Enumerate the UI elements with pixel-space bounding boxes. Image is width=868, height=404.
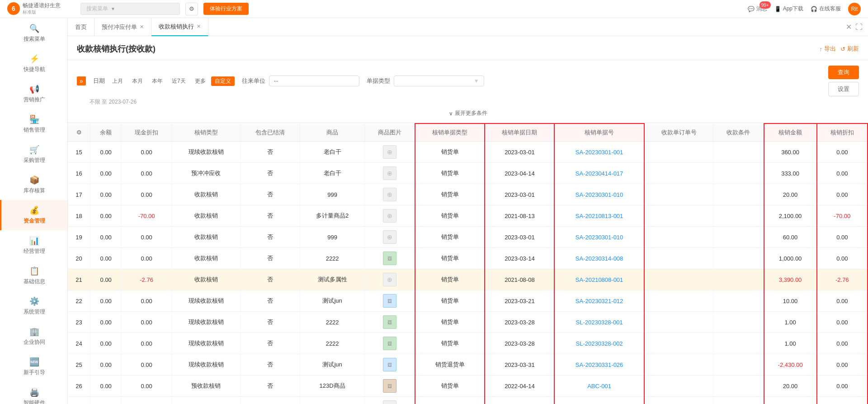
cell-receipt-order-no	[644, 312, 713, 333]
sidebar-label-search: 搜索菜单	[24, 35, 45, 43]
th-goods-img: 商品图片	[365, 124, 415, 142]
logo-area: 6 畅捷通谱好生意 标准版	[7, 2, 75, 15]
sidebar-item-base-info[interactable]: 📋 基础信息	[0, 261, 67, 291]
cell-writeoff-date: 2021-08-08	[485, 269, 554, 290]
cell-receipt-condition	[713, 375, 764, 397]
row-number: 24	[68, 333, 90, 354]
th-setting[interactable]: ⚙	[68, 124, 90, 142]
sidebar-item-quick-nav[interactable]: ⚡ 快捷导航	[0, 48, 67, 79]
close-prepay-tab-icon[interactable]: ✕	[140, 24, 144, 30]
tab-home[interactable]: 首页	[68, 18, 94, 36]
writeoff-no-link[interactable]: SA-20210808-001	[576, 276, 623, 283]
cell-writeoff-date: 2023-04-08	[485, 397, 554, 404]
filter-actions: 查询 设置	[828, 66, 859, 96]
cell-goods-img: 🖼	[365, 333, 415, 354]
last-month-btn[interactable]: 上月	[108, 76, 127, 86]
writeoff-no-link[interactable]: SL-20230328-002	[576, 340, 623, 347]
cell-writeoff-amount: 1,000.00	[764, 248, 817, 269]
writeoff-no-link[interactable]: SA-20230331-026	[576, 361, 623, 368]
cell-writeoff-date: 2023-03-21	[485, 290, 554, 312]
cell-receipt-order-no	[644, 184, 713, 205]
message-button[interactable]: 💬 消息 99+	[748, 5, 767, 13]
sidebar-item-smart-hardware[interactable]: 🖨️ 智能硬件	[0, 382, 67, 404]
cell-receipt-order-no	[644, 142, 713, 163]
filter-settings-button[interactable]: 设置	[828, 82, 859, 96]
sidebar-item-inventory[interactable]: 📦 库存核算	[0, 170, 67, 200]
solution-button[interactable]: 体验行业方案	[203, 3, 249, 15]
cell-goods: 老白干	[300, 163, 365, 184]
writeoff-no-link[interactable]: ABC-001	[587, 383, 611, 390]
search-box[interactable]: 搜索菜单 ▼	[80, 3, 180, 15]
cell-balance: 0.00	[90, 333, 122, 354]
app-download-button[interactable]: 📱 App下载	[774, 5, 803, 13]
filter-toggle-button[interactable]: »	[77, 76, 86, 86]
bill-type-filter: 单据类型 ▼	[367, 76, 484, 86]
cell-include-settled: 否	[241, 163, 300, 184]
search-icon: 🔍	[29, 24, 39, 33]
sidebar-item-guide[interactable]: 🆕 新手引导	[0, 352, 67, 382]
writeoff-no-link[interactable]: SA-20230314-008	[576, 255, 623, 262]
cell-include-settled: 否	[241, 269, 300, 290]
close-window-icon[interactable]: ✕	[846, 23, 852, 31]
sidebar-label-marketing: 营销推广	[24, 96, 45, 104]
top-bar-right: 💬 消息 99+ 📱 App下载 🎧 在线客服 Rit	[748, 3, 861, 15]
th-writeoff-discount: 核销折扣	[817, 124, 868, 142]
partner-select[interactable]: ···	[269, 76, 359, 86]
maximize-icon[interactable]: ⛶	[855, 23, 863, 31]
tab-prepay[interactable]: 预付冲应付单 ✕	[94, 18, 151, 36]
table-row: 22 0.00 0.00 现续收款核销 否 测试jun 🖼 销货单 2023-0…	[68, 290, 868, 312]
sidebar-item-finance[interactable]: 💰 资金管理	[0, 200, 67, 230]
main-layout: 🔍 搜索菜单 ⚡ 快捷导航 📢 营销推广 🏪 销售管理 🛒 采购管理 📦 库存核…	[0, 18, 868, 404]
sidebar-item-sales[interactable]: 🏪 销售管理	[0, 109, 67, 139]
more-dates-btn[interactable]: 更多	[191, 76, 209, 86]
sidebar-item-search[interactable]: 🔍 搜索菜单	[0, 18, 67, 48]
writeoff-no-link[interactable]: SA-20230301-001	[576, 149, 623, 156]
export-button[interactable]: ↑ 导出	[820, 45, 836, 53]
bill-type-select[interactable]: ▼	[394, 76, 484, 86]
sidebar-item-operations[interactable]: 📊 经营管理	[0, 230, 67, 261]
last-7-days-btn[interactable]: 近7天	[168, 76, 189, 86]
date-label: 日期	[93, 77, 105, 85]
online-service-button[interactable]: 🎧 在线客服	[811, 5, 841, 13]
writeoff-no-link[interactable]: SL-20230328-001	[576, 319, 623, 326]
cell-writeoff-no: SA-20230301-010	[554, 227, 644, 248]
refresh-button[interactable]: ↺ 刷新	[840, 45, 859, 53]
sidebar-item-marketing[interactable]: 📢 营销推广	[0, 79, 67, 109]
query-button[interactable]: 查询	[828, 66, 859, 79]
cell-writeoff-type: 收款核销	[171, 269, 240, 290]
this-year-btn[interactable]: 本年	[148, 76, 166, 86]
writeoff-no-link[interactable]: SA-20210813-001	[576, 213, 623, 219]
tab-collection[interactable]: 收款核销执行 ✕	[151, 18, 208, 36]
writeoff-no-link[interactable]: SA-20230301-010	[576, 234, 623, 241]
writeoff-no-link[interactable]: SA-20230301-010	[576, 191, 623, 198]
cell-goods: 测试jun	[300, 290, 365, 312]
cell-writeoff-date: 2023-03-14	[485, 248, 554, 269]
cell-writeoff-no: SA-20230331-026	[554, 354, 644, 375]
cell-writeoff-discount: 0.00	[817, 290, 868, 312]
close-collection-tab-icon[interactable]: ✕	[197, 24, 201, 29]
writeoff-no-link[interactable]: SA-20230321-012	[576, 298, 623, 304]
custom-date-btn[interactable]: 自定义	[211, 76, 235, 86]
page-title: 收款核销执行(按收款)	[77, 43, 156, 54]
expand-more-button[interactable]: ∨ 展开更多条件	[449, 109, 487, 117]
cell-receipt-condition	[713, 333, 764, 354]
sidebar-item-system[interactable]: ⚙️ 系统管理	[0, 291, 67, 321]
this-month-btn[interactable]: 本月	[128, 76, 146, 86]
sales-icon: 🏪	[29, 114, 39, 124]
cell-writeoff-no: SL-20230328-001	[554, 312, 644, 333]
cell-balance: 0.00	[90, 163, 122, 184]
sidebar-item-purchase[interactable]: 🛒 采购管理	[0, 139, 67, 170]
writeoff-no-link[interactable]: SA-20230414-017	[576, 170, 623, 177]
cell-goods: 多计量商品2	[300, 205, 365, 227]
table-row: 19 0.00 0.00 收款核销 否 999 ⊕ 销货单 2023-03-01…	[68, 227, 868, 248]
sidebar-item-enterprise[interactable]: 🏢 企业协同	[0, 321, 67, 352]
settings-icon[interactable]: ⚙	[185, 3, 198, 15]
cell-balance: 0.00	[90, 184, 122, 205]
filter-area: » 日期 上月 本月 本年 近7天 更多 自定义	[68, 60, 868, 123]
row-number: 16	[68, 163, 90, 184]
avatar[interactable]: Rit	[848, 3, 861, 15]
th-writeoff-bill-type: 核销单据类型	[415, 124, 485, 142]
page-header-actions: ↑ 导出 ↺ 刷新	[820, 45, 859, 53]
expand-label: 展开更多条件	[455, 109, 487, 117]
cell-writeoff-bill-type: 销货单	[415, 312, 485, 333]
